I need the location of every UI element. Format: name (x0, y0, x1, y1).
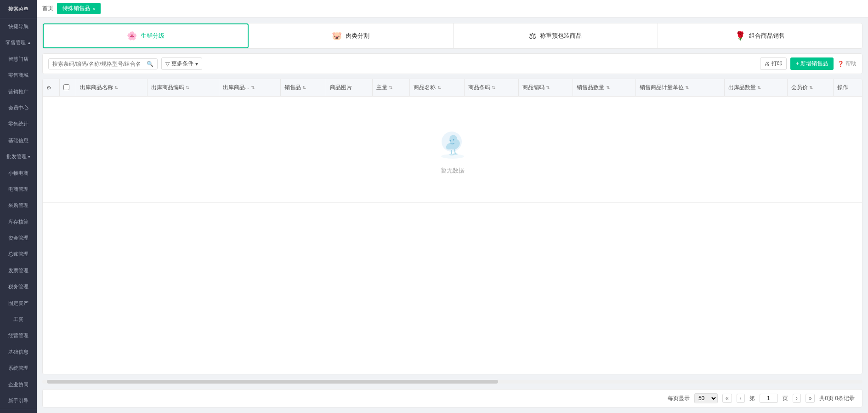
th-out-product-spec[interactable]: 出库商品... ⇅ (219, 79, 280, 97)
th-product-name-label: 商品名称 (414, 84, 436, 91)
sort-icon-6: ⇅ (437, 85, 441, 90)
toolbar: 🔍 ▽ 更多条件 ▾ 🖨 打印 + 新增销售品 ❓ 帮助 (42, 53, 862, 74)
th-sale-unit[interactable]: 销售商品计量单位 ⇅ (636, 79, 725, 97)
sidebar-item-operations-mgmt[interactable]: 经营管理 (0, 327, 37, 344)
add-sales-button[interactable]: + 新增销售品 (790, 57, 834, 70)
th-out-qty[interactable]: 出库品数量 ⇅ (724, 79, 787, 97)
th-checkbox[interactable] (59, 79, 76, 97)
th-settings[interactable]: ⚙ (43, 79, 59, 97)
sidebar-item-system-mgmt[interactable]: 系统管理 (0, 360, 37, 376)
prev-page-button[interactable]: ‹ (737, 394, 745, 403)
sidebar-item-finance-mgmt[interactable]: 资金管理 (0, 230, 37, 246)
sidebar-item-retail-mgmt[interactable]: 零售管理 ▲ (0, 34, 37, 51)
page-suffix: 页 (783, 395, 788, 402)
combo-sales-icon: 🌹 (735, 31, 745, 41)
fresh-grade-icon: 🌸 (127, 31, 137, 41)
th-product-image[interactable]: 商品图片 (326, 79, 373, 97)
sidebar-item-mini-ecommerce[interactable]: 小畅电商 (0, 165, 37, 181)
th-main-weight[interactable]: 主量 ⇅ (373, 79, 410, 97)
settings-icon: ⚙ (46, 85, 51, 91)
th-actions-label: 操作 (837, 84, 848, 91)
sidebar-item-newbie-guide[interactable]: 新手引导 (0, 393, 37, 409)
sidebar-bottom: ⚙ (0, 409, 37, 413)
th-sale-product[interactable]: 销售品 ⇅ (280, 79, 326, 97)
toolbar-right: 🖨 打印 + 新增销售品 ❓ 帮助 (760, 57, 857, 70)
empty-state: 暂无数据 (43, 97, 862, 202)
th-product-name[interactable]: 商品名称 ⇅ (410, 79, 464, 97)
th-member-price[interactable]: 会员价 ⇅ (787, 79, 833, 97)
select-all-checkbox[interactable] (63, 84, 69, 90)
scrollbar-thumb[interactable] (47, 380, 498, 384)
sidebar-item-invoice-mgmt[interactable]: 发票管理 (0, 263, 37, 279)
page-number-input[interactable] (760, 394, 778, 403)
special-sales-tab[interactable]: 特殊销售品 × (57, 3, 101, 14)
sidebar-item-wholesale-mgmt[interactable]: 批发管理 ▾ (0, 149, 37, 165)
sort-icon-7: ⇅ (492, 85, 495, 90)
filter-button[interactable]: ▽ 更多条件 ▾ (161, 57, 202, 70)
print-button[interactable]: 🖨 打印 (760, 57, 787, 70)
search-input[interactable] (52, 61, 144, 67)
sidebar-logo[interactable]: 搜索菜单 (0, 0, 37, 18)
help-circle-icon: ❓ (837, 61, 844, 67)
sidebar-item-general-ledger[interactable]: 总账管理 (0, 246, 37, 262)
last-page-button[interactable]: » (806, 394, 815, 403)
help-button[interactable]: ❓ 帮助 (837, 60, 857, 68)
page-area: 🌸 生鲜分级 🐷 肉类分割 ⚖ 称重预包装商品 🌹 组合商品销售 🔍 (37, 17, 868, 413)
svg-point-4 (449, 140, 451, 142)
sidebar-item-marketing[interactable]: 营销推广 (0, 84, 37, 100)
wholesale-mgmt-arrow-icon: ▾ (28, 154, 30, 160)
th-sale-qty[interactable]: 销售品数量 ⇅ (573, 79, 636, 97)
sidebar-item-salary[interactable]: 工资 (0, 311, 37, 327)
sort-icon-3: ⇅ (251, 85, 255, 90)
filter-icon: ▽ (165, 61, 170, 67)
total-text: 共0页 0条记录 (819, 395, 855, 402)
tab-close-icon[interactable]: × (92, 6, 95, 11)
cat-tab-combo-sales-label: 组合商品销售 (749, 32, 785, 40)
search-icon: 🔍 (147, 61, 153, 67)
cat-tab-weighed-pack[interactable]: ⚖ 称重预包装商品 (454, 23, 658, 48)
sidebar-item-member-center[interactable]: 会员中心 (0, 100, 37, 116)
sidebar-item-ecommerce-mgmt[interactable]: 电商管理 (0, 181, 37, 197)
pagination-bar: 每页显示 50 10 20 100 « ‹ 第 页 › » 共0页 0条记录 (42, 389, 862, 407)
sidebar-item-tax-mgmt[interactable]: 税务管理 (0, 279, 37, 295)
th-sale-product-label: 销售品 (284, 84, 301, 91)
sidebar-item-fixed-assets[interactable]: 固定资产 (0, 295, 37, 311)
sidebar-item-basic-info2[interactable]: 基础信息 (0, 344, 37, 360)
th-product-code[interactable]: 商品编码 ⇅ (518, 79, 573, 97)
th-out-product-spec-label: 出库商品... (223, 84, 250, 91)
th-out-product-code[interactable]: 出库商品编码 ⇅ (148, 79, 219, 97)
cat-tab-meat-cut[interactable]: 🐷 肉类分割 (249, 23, 453, 48)
horizontal-scrollbar[interactable] (42, 380, 862, 384)
th-sale-qty-label: 销售品数量 (577, 84, 604, 91)
sidebar-item-retail-mall[interactable]: 零售商城 (0, 67, 37, 83)
print-icon: 🖨 (764, 61, 770, 67)
th-actions: 操作 (833, 79, 862, 97)
empty-state-icon (434, 124, 471, 161)
sidebar-item-enterprise-coop[interactable]: 企业协同 (0, 377, 37, 393)
home-link[interactable]: 首页 (42, 5, 53, 12)
th-product-barcode[interactable]: 商品条码 ⇅ (464, 79, 518, 97)
retail-mgmt-arrow-icon: ▲ (27, 40, 31, 46)
toolbar-left: 🔍 ▽ 更多条件 ▾ (48, 57, 202, 70)
add-label: + 新增销售品 (796, 60, 828, 68)
sort-icon-10: ⇅ (685, 85, 689, 90)
cat-tab-combo-sales[interactable]: 🌹 组合商品销售 (658, 23, 862, 48)
svg-point-3 (449, 154, 454, 155)
per-page-select[interactable]: 50 10 20 100 (694, 393, 718, 403)
next-page-button[interactable]: › (793, 394, 801, 403)
th-out-qty-label: 出库品数量 (728, 84, 756, 91)
cat-tab-fresh-grade[interactable]: 🌸 生鲜分级 (43, 23, 249, 48)
sidebar-item-quick-nav[interactable]: 快捷导航 (0, 18, 37, 34)
sidebar-item-retail-stats[interactable]: 零售统计 (0, 116, 37, 132)
sidebar-item-smart-store[interactable]: 智慧门店 (0, 51, 37, 67)
th-out-product-name[interactable]: 出库商品名称 ⇅ (76, 79, 148, 97)
th-product-image-label: 商品图片 (330, 84, 352, 91)
sidebar-item-basic-info[interactable]: 基础信息 (0, 132, 37, 149)
sidebar-item-inventory-check[interactable]: 库存核算 (0, 214, 37, 230)
sidebar-item-purchase-mgmt[interactable]: 采购管理 (0, 197, 37, 213)
data-table-container: ⚙ 出库商品名称 ⇅ 出库商品编码 ⇅ (42, 79, 862, 374)
svg-point-5 (453, 139, 454, 141)
main-content: 首页 特殊销售品 × 🌸 生鲜分级 🐷 肉类分割 ⚖ 称重预包装商品 🌹 组合商… (37, 0, 868, 413)
category-tabs: 🌸 生鲜分级 🐷 肉类分割 ⚖ 称重预包装商品 🌹 组合商品销售 (42, 23, 862, 49)
first-page-button[interactable]: « (722, 394, 732, 403)
